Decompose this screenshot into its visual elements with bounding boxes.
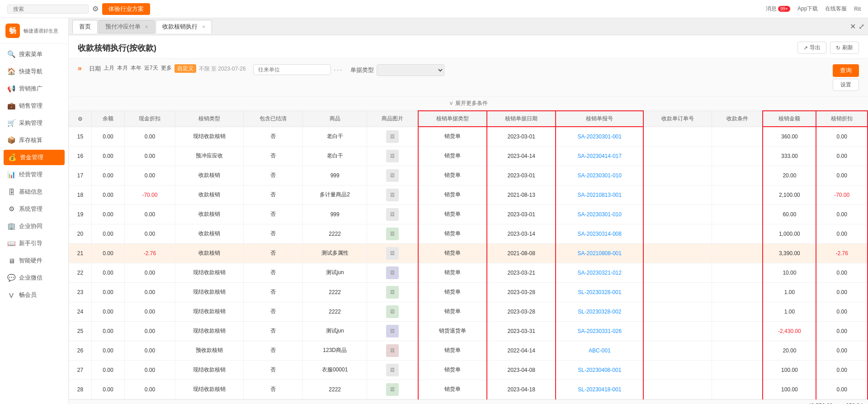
cell-bill-number: SA-20230301-010 (556, 204, 643, 224)
date-this-month[interactable]: 本月 (117, 64, 128, 73)
bill-number-link[interactable]: SA-20230321-012 (578, 270, 622, 276)
bill-number-link[interactable]: SA-20230301-010 (578, 211, 622, 218)
bill-number-link[interactable]: SL-20230328-002 (578, 309, 621, 315)
sidebar-item-member[interactable]: V畅会员 (0, 286, 68, 304)
sidebar-item-sales[interactable]: 💼销售管理 (0, 97, 68, 114)
bill-number-link[interactable]: SA-20210813-001 (578, 192, 622, 198)
sidebar-finance-label: 资金管理 (20, 153, 43, 162)
tab-verify[interactable]: 收款核销执行 × (156, 20, 212, 33)
sidebar-item-guide[interactable]: 📖新手引导 (0, 235, 68, 252)
bill-number-link[interactable]: SA-20210808-001 (578, 250, 622, 257)
sidebar-item-quicknav[interactable]: 🏠快捷导航 (0, 63, 68, 80)
footer-total-discount: 952.24 (846, 403, 863, 404)
cell-cash-discount: 0.00 (124, 360, 175, 380)
tab-home[interactable]: 首页 (72, 20, 98, 33)
bill-number-link[interactable]: SA-20230301-001 (578, 133, 622, 140)
cell-bill-number: ABC-001 (556, 341, 643, 360)
search-input[interactable] (7, 5, 89, 14)
cell-verify-type: 收款核销 (175, 243, 243, 263)
bill-number-link[interactable]: SL-20230328-001 (578, 289, 621, 295)
table-row: 16 0.00 0.00 预冲应应收 否 老白干 🖼 销货单 2023-04-1… (69, 146, 868, 166)
solution-button[interactable]: 体验行业方案 (102, 3, 150, 15)
bill-number-link[interactable]: SA-20230301-010 (578, 172, 622, 179)
table-row: 24 0.00 0.00 现结收款核销 否 2222 🖼 销货单 2023-03… (69, 302, 868, 321)
th-gear[interactable]: ⚙ (69, 111, 92, 127)
cell-balance: 0.00 (92, 185, 125, 204)
cell-receipt-order (643, 243, 712, 263)
cell-num: 25 (69, 321, 92, 341)
cell-verify-discount: 0.00 (816, 321, 868, 341)
cell-bill-report-date: 2023-03-01 (487, 127, 556, 146)
sidebar-item-enterprise[interactable]: 🏢企业协同 (0, 218, 68, 235)
bill-type-select[interactable] (377, 64, 444, 76)
bill-number-link[interactable]: SA-20230331-026 (578, 328, 622, 334)
expand-conditions-bar[interactable]: ∨ 展开更多条件 (69, 97, 868, 110)
export-button[interactable]: ↗ 导出 (797, 42, 826, 54)
cell-product-img: 🖼 (367, 263, 418, 282)
sidebar-item-marketing[interactable]: 📢营销推广 (0, 80, 68, 97)
cell-verify-type: 预收款核销 (175, 341, 243, 360)
tab-verify-close[interactable]: × (202, 24, 205, 29)
tab-expand-button[interactable]: ⤢ (859, 22, 864, 31)
cell-receipt-order (643, 224, 712, 243)
bill-number-link[interactable]: ABC-001 (589, 347, 611, 354)
date-this-year[interactable]: 本年 (131, 64, 142, 73)
setting-button[interactable]: 设置 (833, 79, 859, 91)
cell-bill-number: SA-20230331-026 (556, 321, 643, 341)
bill-number-link[interactable]: SA-20230414-017 (578, 153, 622, 159)
cell-bill-report-type: 销货单 (418, 127, 487, 146)
cell-receipt-terms (712, 380, 763, 399)
sidebar-item-smart[interactable]: 🖥智能硬件 (0, 252, 68, 269)
cell-cash-discount: 0.00 (124, 224, 175, 243)
cell-num: 15 (69, 127, 92, 146)
sidebar-item-system[interactable]: ⚙系统管理 (0, 200, 68, 218)
sidebar-item-operation[interactable]: 📊经营管理 (0, 166, 68, 183)
cell-bill-report-date: 2023-03-14 (487, 224, 556, 243)
cell-receipt-order (643, 263, 712, 282)
sidebar-item-purchase[interactable]: 🛒采购管理 (0, 114, 68, 132)
cell-num: 26 (69, 341, 92, 360)
sidebar-inventory-icon: 📦 (7, 136, 15, 144)
date-more[interactable]: 更多 (161, 64, 172, 73)
tab-prepay[interactable]: 预付冲应付单 × (99, 20, 155, 33)
refresh-button[interactable]: ↻ 刷新 (830, 42, 859, 54)
cell-verify-discount: 0.00 (816, 204, 868, 224)
tab-close-button[interactable]: ✕ (850, 22, 856, 31)
top-bar-left: ⚙ 体验行业方案 (7, 3, 760, 15)
sidebar-item-basic[interactable]: 🗄基础信息 (0, 183, 68, 200)
bill-number-link[interactable]: SA-20230314-008 (578, 231, 622, 237)
gear-icon[interactable]: ⚙ (92, 5, 99, 13)
cell-include-settled: 否 (243, 341, 302, 360)
cell-cash-discount: -2.76 (124, 243, 175, 263)
cell-product-img: 🖼 (367, 341, 418, 360)
cell-bill-report-type: 销货单 (418, 185, 487, 204)
cell-bill-report-type: 销货单 (418, 380, 487, 399)
cell-verify-discount: 0.00 (816, 166, 868, 185)
table-row: 27 0.00 0.00 现结收款核销 否 衣服00001 🖼 销货单 2023… (69, 360, 868, 380)
date-7days[interactable]: 近7天 (144, 64, 158, 73)
bill-number-link[interactable]: SL-20230418-001 (578, 386, 621, 393)
sidebar-basic-label: 基础信息 (19, 188, 42, 196)
sidebar-item-search[interactable]: 🔍搜索菜单 (0, 46, 68, 63)
tab-prepay-close[interactable]: × (145, 24, 148, 29)
query-button[interactable]: 查询 (833, 64, 859, 77)
sidebar-item-inventory[interactable]: 📦库存核算 (0, 132, 68, 149)
online-service-link[interactable]: 在线客服 (825, 5, 847, 13)
bill-number-link[interactable]: SL-20230408-001 (578, 367, 621, 373)
sidebar-item-wechat[interactable]: 💬企业微信 (0, 269, 68, 286)
filter-toggle-icon[interactable]: » (78, 64, 82, 72)
cell-bill-report-type: 销货单 (418, 360, 487, 380)
cell-cash-discount: -70.00 (124, 185, 175, 204)
date-custom[interactable]: 自定义 (175, 64, 196, 73)
counterpart-input[interactable] (253, 64, 331, 75)
sidebar-item-finance[interactable]: 💰资金管理 (4, 150, 65, 165)
cell-product-img: 🖼 (367, 321, 418, 341)
app-download-link[interactable]: App下载 (797, 5, 818, 13)
cell-bill-number: SL-20230408-001 (556, 360, 643, 380)
cell-cash-discount: 0.00 (124, 282, 175, 302)
filter-bill-type-group: 单据类型 (350, 64, 444, 76)
cell-verify-discount: 0.00 (816, 380, 868, 399)
refresh-icon: ↻ (836, 45, 840, 51)
message-area[interactable]: 消息 99+ (766, 5, 790, 13)
date-last-month[interactable]: 上月 (104, 64, 114, 73)
